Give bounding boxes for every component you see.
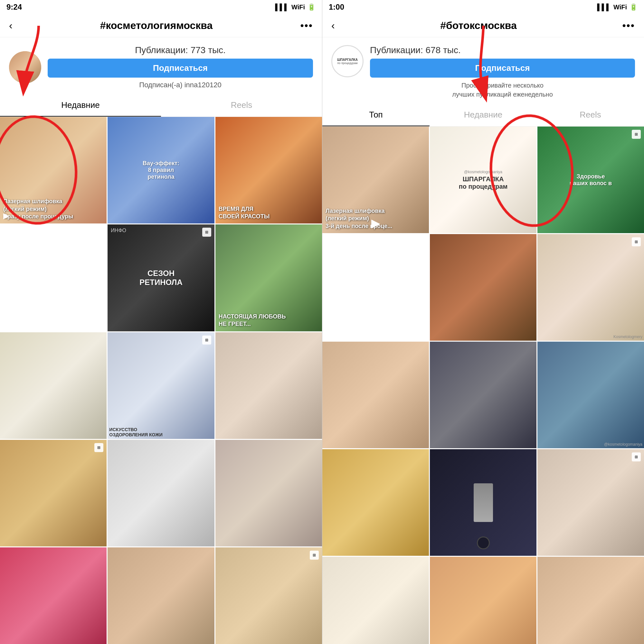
grid-item-8[interactable] [215, 332, 322, 439]
signal-icon-r: ▌▌▌ [597, 4, 611, 11]
header-left: ‹ #косметологиямосква ••• [0, 14, 322, 37]
grid-item-3[interactable]: ВРЕМЯ ДЛЯСВОЕЙ КРАСОТЫ [215, 117, 322, 223]
profile-info-right: Публикации: 678 тыс. Подписаться Просмат… [370, 45, 635, 99]
tabs-left: Недавние Reels [0, 94, 322, 117]
multi-icon-r5: ⊞ [632, 237, 641, 246]
grid-item-4[interactable]: СЕЗОНРЕТИНОЛА ИНФО ⊞ [108, 224, 214, 331]
grid-item-r8[interactable]: @kosmetologomaniya [537, 342, 644, 448]
wifi-icon-r: WiFi [613, 4, 627, 11]
battery-icon-r: 🔋 [630, 3, 638, 11]
grid-item-14[interactable]: ⊞ [215, 547, 322, 644]
grid-item-r3-text: Здоровьеваших волос в [567, 171, 614, 189]
grid-item-r1-text: Лазерная шлифовка(легкий режим)3-й день … [326, 207, 392, 230]
grid-item-12[interactable] [0, 547, 107, 644]
grid-item-5-text: НАСТОЯЩАЯ ЛЮБОВЬНЕ ГРЕЕТ... [219, 313, 286, 328]
subscribe-button-right[interactable]: Подписаться [370, 59, 635, 78]
status-icons-left: ▌▌▌ WiFi 🔋 [275, 3, 316, 11]
grid-item-r6[interactable] [322, 342, 429, 448]
status-bar-right: 1:00 ▌▌▌ WiFi 🔋 [322, 0, 644, 14]
avatar-image-left [9, 51, 41, 83]
avatar-bg-left [9, 51, 41, 83]
grid-item-1-text: Лазерная шлифовка(легкий режим)Сразу пос… [3, 198, 73, 220]
profile-info-left: Публикации: 773 тыс. Подписаться Подписа… [48, 45, 313, 89]
more-button-left[interactable]: ••• [300, 20, 313, 32]
grid-item-r5[interactable]: Kosmetologmery ⊞ [537, 234, 644, 341]
grid-item-r3[interactable]: Здоровьеваших волос в ⊞ [537, 127, 644, 233]
avatar-text-right: ШПАРГАЛКА по процедурам [336, 57, 359, 66]
header-right: ‹ #ботоксмосква ••• [322, 14, 644, 37]
hashtag-title-left: #косметологиямосква [100, 20, 213, 32]
profile-row-right: ШПАРГАЛКА по процедурам Публикации: 678 … [331, 45, 635, 99]
signal-icon: ▌▌▌ [275, 4, 289, 11]
grid-item-r11[interactable]: ⊞ [537, 449, 644, 556]
grid-item-2-text: Вау-эффект:8 правилретинола [140, 157, 182, 183]
tab-top-right[interactable]: Топ [322, 104, 430, 126]
grid-item-4-text: СЕЗОНРЕТИНОЛА [137, 266, 185, 289]
multi-icon-r11: ⊞ [632, 452, 641, 461]
grid-left: Лазерная шлифовка(легкий режим)Сразу пос… [0, 117, 322, 644]
tabs-right: Топ Недавние Reels [322, 104, 644, 127]
avatar-image-right: ШПАРГАЛКА по процедурам [331, 45, 364, 77]
grid-item-13[interactable] [108, 547, 214, 644]
subscribed-text-left: Подписан(-а) inna120120 [139, 81, 221, 89]
status-icons-right: ▌▌▌ WiFi 🔋 [597, 3, 638, 11]
grid-item-2[interactable]: Вау-эффект:8 правилретинола [108, 117, 214, 223]
status-bar-left: 9:24 ▌▌▌ WiFi 🔋 [0, 0, 322, 14]
grid-item-11[interactable] [215, 440, 322, 546]
grid-item-9[interactable]: ⊞ [0, 440, 107, 546]
grid-item-r1[interactable]: Лазерная шлифовка(легкий режим)3-й день … [322, 127, 429, 233]
profile-section-right: ШПАРГАЛКА по процедурам Публикации: 678 … [322, 37, 644, 104]
profile-section-left: Публикации: 773 тыс. Подписаться Подписа… [0, 37, 322, 94]
left-phone-panel: 9:24 ▌▌▌ WiFi 🔋 ‹ #косметологиямосква ••… [0, 0, 322, 644]
multi-icon-9: ⊞ [94, 443, 103, 452]
grid-item-r13[interactable] [430, 557, 536, 644]
grid-item-r12[interactable]: ТЕЙПЫ ДЛЯ [322, 557, 429, 644]
subscribe-button-left[interactable]: Подписаться [48, 59, 313, 78]
time-left: 9:24 [6, 3, 22, 12]
back-button-right[interactable]: ‹ [331, 20, 335, 32]
grid-item-r9[interactable] [322, 449, 429, 556]
more-button-right[interactable]: ••• [622, 20, 635, 32]
grid-item-3-text: ВРЕМЯ ДЛЯСВОЕЙ КРАСОТЫ [219, 205, 270, 221]
grid-item-r10[interactable] [430, 449, 536, 556]
multi-icon-7: ⊞ [202, 336, 211, 345]
info-label: ИНФО [111, 228, 126, 233]
grid-item-r4[interactable] [430, 234, 536, 341]
back-button-left[interactable]: ‹ [9, 20, 13, 32]
tab-nedavnie-left[interactable]: Недавние [0, 94, 161, 117]
grid-right: Лазерная шлифовка(легкий режим)3-й день … [322, 127, 644, 644]
grid-item-1[interactable]: Лазерная шлифовка(легкий режим)Сразу пос… [0, 117, 107, 223]
profile-row-left: Публикации: 773 тыс. Подписаться Подписа… [9, 45, 313, 89]
video-icon-r1: ▶ [371, 216, 380, 230]
hashtag-title-right: #ботоксмосква [440, 20, 517, 32]
tab-nedavnie-right[interactable]: Недавние [430, 104, 537, 126]
grid-item-r7[interactable] [430, 342, 536, 448]
grid-item-10[interactable] [108, 440, 214, 546]
grid-item-r14[interactable] [537, 557, 644, 644]
grid-item-5[interactable]: НАСТОЯЩАЯ ЛЮБОВЬНЕ ГРЕЕТ... [215, 224, 322, 331]
grid-inner-left: Лазерная шлифовка(легкий режим)Сразу пос… [0, 117, 322, 644]
avatar-left[interactable] [9, 51, 41, 83]
grid-item-7[interactable]: ИСКУССТВООЗДОРОВЛЕНИЯ КОЖИ ⊞ [108, 332, 214, 439]
multi-icon-r3: ⊞ [632, 130, 641, 139]
grid-inner-right: Лазерная шлифовка(легкий режим)3-й день … [322, 127, 644, 644]
sub-desc-right: Просматривайте нескольколучших публикаци… [370, 81, 635, 99]
video-icon-1: ▶ [3, 211, 9, 220]
grid-item-6[interactable] [0, 332, 107, 439]
tab-reels-right[interactable]: Reels [537, 104, 644, 126]
multi-icon-4: ⊞ [202, 228, 211, 237]
multi-icon-14: ⊞ [310, 551, 319, 560]
right-phone-panel: 1:00 ▌▌▌ WiFi 🔋 ‹ #ботоксмосква ••• ШПАР… [322, 0, 644, 644]
tab-reels-left[interactable]: Reels [161, 94, 322, 117]
time-right: 1:00 [329, 3, 344, 12]
wifi-icon: WiFi [291, 4, 305, 11]
pub-count-right: Публикации: 678 тыс. [370, 45, 635, 55]
grid-item-r2[interactable]: @kosmetologomaniya ШПАРГАЛКАпо процедура… [430, 127, 536, 233]
avatar-right[interactable]: ШПАРГАЛКА по процедурам [331, 45, 364, 77]
pub-count-left: Публикации: 773 тыс. [135, 45, 226, 55]
battery-icon: 🔋 [308, 3, 316, 11]
